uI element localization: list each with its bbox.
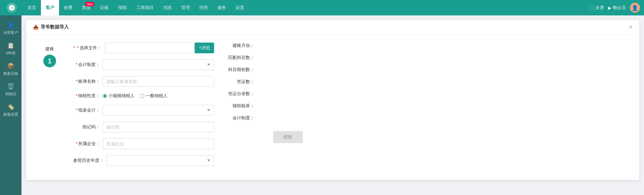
voucher-count-row: 凭证数：: [224, 79, 352, 85]
import-icon: 📥: [33, 24, 39, 30]
nav-item-manage[interactable]: 管理: [177, 0, 195, 15]
nav-item-bookkeeping[interactable]: 记账: [95, 0, 113, 15]
avatar-icon: 👤: [632, 5, 638, 11]
voucher-count-label: 凭证数：: [224, 79, 254, 85]
fullscreen-button[interactable]: ⛶ 全屏: [590, 5, 604, 11]
assign-accountant-select[interactable]: [103, 105, 214, 116]
select-file-label: * * 选择文件：: [73, 45, 101, 51]
content-area: 📥 导爷数据导入 × 建账 1: [21, 15, 644, 195]
info-accounting-system-label: 会计制度：: [224, 115, 254, 121]
nav-item-settings[interactable]: 设置: [231, 0, 249, 15]
nav-item-message[interactable]: 消息: [158, 0, 177, 15]
step-number: 1: [48, 57, 51, 65]
memo-code-input[interactable]: [103, 122, 214, 132]
ledger-name-label: *账簿名称：: [73, 78, 100, 84]
build-account-button[interactable]: 建账: [273, 131, 303, 143]
sidebar-item-label-tags: 标签设置: [3, 112, 18, 117]
sidebar-item-label-migration: 账套迁移: [3, 71, 18, 76]
tax-type-radio-group: 小规模纳税人 一般纳税人: [103, 93, 214, 99]
vip-icon: ▶: [608, 5, 611, 10]
accounting-system-label: *会计制度：: [73, 62, 100, 68]
accounting-system-select[interactable]: [103, 59, 214, 70]
sidebar-item-recycle[interactable]: 🗑️ 回收站: [0, 80, 21, 99]
memo-code-row: 助记码：: [73, 122, 214, 132]
affiliated-company-input[interactable]: [103, 138, 214, 149]
affiliated-company-label: *所属企业：: [73, 141, 100, 147]
subject-initial-label: 科目期初数：: [224, 67, 254, 73]
sidebar-item-declaration[interactable]: 📋 0申报: [0, 39, 21, 58]
dialog-title: 📥 导爷数据导入: [33, 24, 69, 30]
step-section: 建账 1: [36, 43, 63, 172]
match-subjects-row: 匹配科目数：: [224, 55, 352, 61]
nav-item-tax[interactable]: 报税: [113, 0, 132, 15]
step-circle: 1: [43, 55, 56, 67]
logo[interactable]: [4, 0, 19, 15]
logo-icon: [7, 3, 17, 13]
match-subjects-label: 匹配科目数：: [224, 55, 254, 61]
tags-icon: 🏷️: [7, 103, 14, 111]
vip-button[interactable]: ▶ 畅会员: [608, 5, 626, 11]
build-month-row: 建账月份：: [224, 43, 352, 49]
reference-year-label: 参照历史年度：: [73, 157, 104, 164]
nav-items: 首页 客户 收费 票据 new 记账 报税 工商项目 消息 管理 经营 服务 设…: [23, 0, 590, 15]
affiliated-company-row: *所属企业：: [73, 138, 214, 149]
subject-initial-row: 科目期初数：: [224, 67, 352, 73]
avatar[interactable]: 👤: [630, 3, 640, 13]
nav-item-operation[interactable]: 经营: [195, 0, 213, 15]
assign-accountant-row: *指派会计：: [73, 105, 214, 116]
browse-button[interactable]: +浏览: [195, 43, 214, 53]
declaration-icon: 📋: [7, 42, 14, 49]
reference-year-select[interactable]: [106, 155, 214, 166]
migration-icon: 📦: [7, 62, 14, 70]
vip-label: 畅会员: [613, 5, 626, 11]
small-taxpayer-label: 小规模纳税人: [108, 93, 135, 99]
sidebar-item-migration[interactable]: 📦 账套迁移: [0, 60, 21, 79]
fullscreen-label: 全屏: [595, 5, 604, 11]
nav-item-client[interactable]: 客户: [41, 0, 59, 15]
nav-right: ⛶ 全屏 ▶ 畅会员 👤: [590, 3, 640, 13]
all-clients-icon: 👤: [7, 21, 14, 29]
nav-item-service[interactable]: 服务: [213, 0, 231, 15]
top-nav: 首页 客户 收费 票据 new 记账 报税 工商项目 消息 管理 经营 服务 设…: [0, 0, 644, 15]
dialog: 📥 导爷数据导入 × 建账 1: [26, 20, 639, 180]
build-btn-row: 建账: [224, 128, 352, 143]
build-month-label: 建账月份：: [224, 43, 254, 49]
sidebar-item-label-clients: 全部客户: [3, 30, 18, 35]
form-section: * * 选择文件： +浏览 *会计制度：: [73, 43, 214, 172]
reference-year-row: 参照历史年度：: [73, 155, 214, 166]
auxiliary-label: 辅助核算：: [224, 103, 254, 109]
accounting-system-row: *会计制度：: [73, 59, 214, 70]
nav-item-invoice[interactable]: 票据 new: [77, 0, 95, 15]
voucher-entries-row: 凭证分录数：: [224, 91, 352, 97]
info-accounting-system-row: 会计制度：: [224, 115, 352, 121]
small-taxpayer-option[interactable]: 小规模纳税人: [103, 93, 135, 99]
dialog-header: 📥 导爷数据导入 ×: [26, 20, 639, 35]
info-section: 建账月份： 匹配科目数： 科目期初数： 凭证数：: [224, 43, 352, 172]
nav-item-business[interactable]: 工商项目: [132, 0, 158, 15]
nav-item-home[interactable]: 首页: [23, 0, 41, 15]
dialog-body: 建账 1 * * 选择文件： +浏览: [26, 35, 639, 180]
file-input[interactable]: [104, 43, 195, 53]
memo-code-label: 助记码：: [73, 124, 100, 130]
general-taxpayer-option[interactable]: 一般纳税人: [140, 93, 167, 99]
tax-type-row: *纳税性质： 小规模纳税人 一般纳税人: [73, 93, 214, 99]
close-button[interactable]: ×: [629, 24, 633, 30]
new-badge: new: [85, 2, 94, 6]
sidebar: 👤 全部客户 📋 0申报 📦 账套迁移 🗑️ 回收站 🏷️ 标签设置: [0, 15, 21, 195]
recycle-icon: 🗑️: [7, 83, 14, 90]
sidebar-item-label-declaration: 0申报: [6, 51, 15, 56]
general-taxpayer-radio[interactable]: [140, 94, 144, 98]
ledger-name-row: *账簿名称：: [73, 76, 214, 87]
nav-item-fee[interactable]: 收费: [59, 0, 77, 15]
auxiliary-row: 辅助核算：: [224, 103, 352, 109]
select-file-row: * * 选择文件： +浏览: [73, 43, 214, 53]
assign-accountant-label: *指派会计：: [73, 107, 100, 113]
voucher-entries-label: 凭证分录数：: [224, 91, 254, 97]
small-taxpayer-radio[interactable]: [103, 94, 107, 98]
file-input-wrap: +浏览: [104, 43, 214, 53]
sidebar-item-label-recycle: 回收站: [5, 91, 16, 96]
ledger-name-input[interactable]: [103, 76, 214, 87]
sidebar-item-tags[interactable]: 🏷️ 标签设置: [0, 101, 21, 120]
fullscreen-icon: ⛶: [590, 5, 594, 10]
sidebar-item-all-clients[interactable]: 👤 全部客户: [0, 19, 21, 38]
